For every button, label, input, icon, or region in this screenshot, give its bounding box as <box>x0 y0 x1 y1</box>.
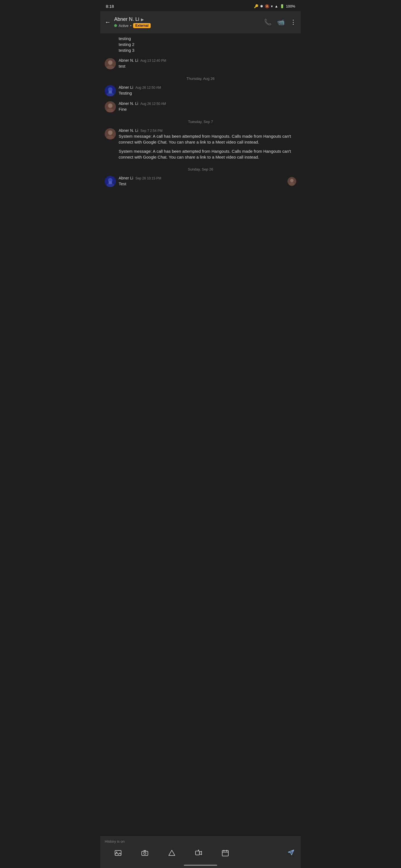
contact-name: Abner N. Li <box>114 17 139 22</box>
message-sender: Abner N. Li <box>119 128 138 133</box>
avatar <box>105 85 116 96</box>
call-button[interactable]: 📞 <box>264 19 271 26</box>
status-icons: 🔑 ✱ 🔕 ▾ ▲ 🔋 100% <box>254 4 295 8</box>
message-sender: Abner N. Li <box>119 101 138 106</box>
message-row: testing testing 2 testing 3 <box>105 36 296 53</box>
message-content: Abner Li Aug 26 12:50 AM Testing <box>119 85 296 96</box>
message-row: Abner N. Li Aug 26 12:50 AM Fine <box>105 101 296 113</box>
separator-dot: • <box>130 24 132 28</box>
video-call-button[interactable]: 📹 <box>277 19 285 26</box>
message-text: Testing <box>119 90 296 96</box>
status-time: 8:18 <box>106 4 114 9</box>
message-sender: Abner Li <box>119 85 133 90</box>
message-text: testing 3 <box>119 47 296 53</box>
back-button[interactable]: ← <box>105 19 111 26</box>
message-time: Sep 7 2:54 PM <box>140 129 162 133</box>
active-label: Active <box>119 24 128 28</box>
message-meta: Abner N. Li Aug 13 12:40 PM <box>119 58 296 63</box>
message-group: Abner Li Sep 26 10:15 PM Test <box>100 174 301 190</box>
wifi-icon: ▾ <box>271 4 273 8</box>
message-sender: Abner Li <box>119 176 133 180</box>
battery-icon: 🔋 <box>280 4 284 8</box>
avatar <box>105 128 116 140</box>
message-meta: Abner Li Sep 26 10:15 PM <box>119 176 285 180</box>
continuation-group: testing testing 2 testing 3 <box>100 33 301 56</box>
message-group: Abner N. Li Aug 26 12:50 AM Fine <box>100 99 301 115</box>
svg-point-1 <box>108 60 113 65</box>
message-text: test <box>119 63 296 69</box>
status-bar: 8:18 🔑 ✱ 🔕 ▾ ▲ 🔋 100% <box>100 0 301 11</box>
battery-percent: 100% <box>286 4 295 8</box>
message-row: Abner N. Li Sep 7 2:54 PM System message… <box>105 128 296 160</box>
message-content: Abner N. Li Aug 26 12:50 AM Fine <box>119 101 296 112</box>
chat-header: ← Abner N. Li ▶ Active • External 📞 📹 ⋮ <box>100 11 301 33</box>
active-dot <box>114 24 117 27</box>
message-sender: Abner N. Li <box>119 58 138 63</box>
message-group: Abner Li Aug 26 12:50 AM Testing <box>100 83 301 99</box>
message-meta: Abner N. Li Aug 26 12:50 AM <box>119 101 296 106</box>
svg-point-8 <box>108 103 113 108</box>
mute-icon: 🔕 <box>265 4 269 8</box>
contact-name-row[interactable]: Abner N. Li ▶ <box>114 17 264 22</box>
message-time: Sep 26 10:15 PM <box>135 176 161 180</box>
date-separator: Tuesday, Sep 7 <box>100 115 301 126</box>
more-options-button[interactable]: ⋮ <box>290 19 296 26</box>
date-separator: Thursday, Aug 26 <box>100 72 301 83</box>
message-meta: Abner Li Aug 26 12:50 AM <box>119 85 296 90</box>
message-meta: Abner N. Li Sep 7 2:54 PM <box>119 128 296 133</box>
message-text: Fine <box>119 106 296 112</box>
svg-rect-16 <box>109 181 112 184</box>
bluetooth-icon: ✱ <box>260 4 263 8</box>
message-group: Abner N. Li Aug 13 12:40 PM test <box>100 56 301 72</box>
svg-point-18 <box>290 179 293 182</box>
reaction-avatar <box>287 177 296 186</box>
message-time: Aug 26 12:50 AM <box>140 102 166 106</box>
header-status-row: Active • External <box>114 23 264 28</box>
message-row: Abner N. Li Aug 13 12:40 PM test <box>105 58 296 69</box>
external-badge: External <box>133 23 151 28</box>
message-time: Aug 13 12:40 PM <box>140 59 166 63</box>
message-text: testing 2 <box>119 41 296 47</box>
message-content: Abner N. Li Aug 13 12:40 PM test <box>119 58 296 69</box>
message-content: Abner Li Sep 26 10:15 PM Test <box>119 176 285 187</box>
key-icon: 🔑 <box>254 4 258 8</box>
header-info: Abner N. Li ▶ Active • External <box>114 17 264 28</box>
name-arrow: ▶ <box>141 17 144 22</box>
message-row: Abner Li Sep 26 10:15 PM Test <box>105 176 296 187</box>
avatar <box>105 176 116 187</box>
message-text-2: System message: A call has been attempte… <box>119 148 296 160</box>
chat-body: testing testing 2 testing 3 Abner N. Li … <box>100 33 301 223</box>
message-time: Aug 26 12:50 AM <box>135 86 161 90</box>
message-content: testing testing 2 testing 3 <box>119 36 296 53</box>
message-content: Abner N. Li Sep 7 2:54 PM System message… <box>119 128 296 160</box>
message-text: Test <box>119 181 285 187</box>
message-row: Abner Li Aug 26 12:50 AM Testing <box>105 85 296 96</box>
svg-point-11 <box>108 130 113 135</box>
avatar <box>105 58 116 69</box>
signal-icon: ▲ <box>275 4 278 8</box>
message-group: Abner N. Li Sep 7 2:54 PM System message… <box>100 126 301 163</box>
svg-rect-6 <box>109 91 112 93</box>
header-actions: 📞 📹 ⋮ <box>264 19 296 26</box>
date-separator: Sunday, Sep 26 <box>100 163 301 174</box>
message-text: System message: A call has been attempte… <box>119 133 296 145</box>
message-text: testing <box>119 36 296 41</box>
avatar <box>105 101 116 113</box>
